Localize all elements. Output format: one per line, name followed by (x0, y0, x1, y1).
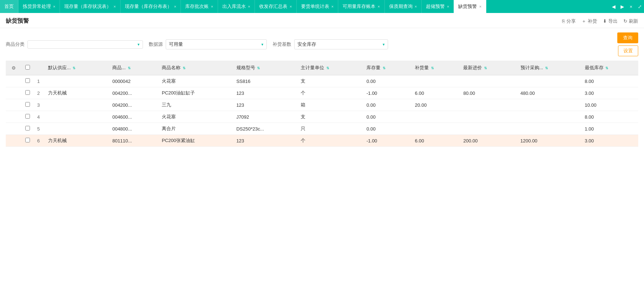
row-supplier-4 (44, 123, 109, 135)
col-est-purchase[interactable]: 预计采购... ⇅ (517, 61, 581, 75)
col-unit[interactable]: 主计量单位 ⇅ (297, 61, 363, 75)
row-name-5: PC200张紧油缸 (158, 135, 232, 147)
tab-close-shortage[interactable]: × (479, 4, 481, 9)
row-checkbox-cell-0[interactable] (22, 75, 34, 87)
row-checkbox-1[interactable] (25, 90, 30, 95)
tab-close-available-ledger[interactable]: × (378, 4, 380, 9)
col-name-label: 商品名称 (162, 65, 180, 70)
table-container: ⚙ 默认供应... ⇅ 商品... ⇅ 商品名称 (0, 61, 644, 147)
tab-close-inventory-dist[interactable]: × (174, 4, 176, 9)
query-button[interactable]: 查询 (617, 32, 638, 43)
category-label: 商品分类 (6, 41, 25, 48)
row-name-3: 火花塞 (158, 111, 232, 123)
table-row: 3 004200... 三九 123 箱 0.00 20.00 10.00 (6, 99, 638, 111)
tab-close-batch-account[interactable]: × (211, 4, 213, 9)
col-settings[interactable]: ⚙ (6, 61, 22, 75)
share-action[interactable]: ⎘ 分享 (562, 18, 576, 25)
tab-label-available-ledger: 可用量库存账本 (343, 3, 375, 10)
row-est-purchase-5: 1200.00 (517, 135, 581, 147)
row-name-0: 火花塞 (158, 75, 232, 87)
col-restock[interactable]: 补货量 ⇅ (411, 61, 460, 75)
tab-expiry-query[interactable]: 保质期查询× (385, 0, 422, 13)
row-est-purchase-1: 480.00 (517, 87, 581, 99)
tab-label-inventory-dist: 现存量（库存分布表） (125, 3, 172, 10)
col-code[interactable]: 商品... ⇅ (109, 61, 158, 75)
row-stock-0: 0.00 (363, 75, 411, 87)
est-purchase-sort-icon: ⇅ (545, 66, 548, 70)
row-supplier-2 (44, 99, 109, 111)
restock-action[interactable]: ＋ 补货 (582, 18, 597, 25)
col-latest-price[interactable]: 最新进价 ⇅ (460, 61, 517, 75)
col-name[interactable]: 商品名称 ⇅ (158, 61, 232, 75)
tab-receive-summary[interactable]: 收发存汇总表× (255, 0, 296, 13)
tab-home[interactable]: 首页 (0, 0, 18, 13)
row-checkbox-5[interactable] (25, 138, 30, 142)
tab-close-exception[interactable]: × (53, 4, 55, 9)
row-checkbox-cell-3[interactable] (22, 111, 34, 123)
tab-shortage[interactable]: 缺货预警× (454, 0, 486, 13)
tab-close-order-stats[interactable]: × (331, 4, 334, 9)
restock-base-select[interactable]: 安全库存 ▾ (294, 39, 388, 49)
select-all-checkbox[interactable] (25, 65, 30, 70)
col-checkbox[interactable] (22, 61, 34, 75)
row-spec-4: DS250*23c... (233, 123, 297, 135)
row-checkbox-3[interactable] (25, 114, 30, 119)
datasource-select[interactable]: 可用量 ▾ (166, 39, 267, 49)
category-filter: 商品分类 ▾ (6, 40, 143, 49)
row-restock-5: 6.00 (411, 135, 460, 147)
export-action[interactable]: ⬇ 导出 (603, 18, 618, 25)
tab-label-overstock: 超储预警 (426, 3, 445, 10)
settings-button[interactable]: 设置 (618, 45, 638, 56)
refresh-action[interactable]: ↻ 刷新 (623, 18, 638, 25)
tab-close-inventory-status[interactable]: × (113, 4, 116, 9)
tab-overstock[interactable]: 超储预警× (422, 0, 454, 13)
row-checkbox-cell-5[interactable] (22, 135, 34, 147)
col-seq (34, 61, 44, 75)
row-min-stock-3: 8.00 (581, 111, 638, 123)
col-min-stock[interactable]: 最低库存 ⇅ (581, 61, 638, 75)
tab-close-expiry-query[interactable]: × (415, 4, 417, 9)
row-checkbox-cell-2[interactable] (22, 99, 34, 111)
tab-next-btn[interactable]: ▶ (618, 0, 627, 13)
category-select[interactable]: ▾ (27, 40, 143, 49)
tab-inventory-status[interactable]: 现存量（库存状况表）× (60, 0, 120, 13)
row-checkbox-2[interactable] (25, 102, 30, 107)
tab-order-stats[interactable]: 要货单统计表× (297, 0, 338, 13)
table-row: 5 004800... 离合片 DS250*23c... 只 0.00 1.00 (6, 123, 638, 135)
tab-close-receive-summary[interactable]: × (290, 4, 292, 9)
col-restock-label: 补货量 (415, 65, 429, 70)
filter-buttons: 查询 设置 (617, 32, 638, 56)
row-latest-price-0 (460, 75, 517, 87)
gear-icon[interactable]: ⚙ (9, 63, 18, 72)
datasource-chevron-down-icon: ▾ (261, 42, 264, 47)
tab-inventory-dist[interactable]: 现存量（库存分布表）× (121, 0, 181, 13)
tab-inout-flow[interactable]: 出入库流水× (218, 0, 255, 13)
table-row: 1 0000042 火花塞 SS816 支 0.00 8.00 (6, 75, 638, 87)
restock-sort-icon: ⇅ (431, 66, 434, 70)
row-checkbox-0[interactable] (25, 78, 30, 83)
col-spec[interactable]: 规格型号 ⇅ (233, 61, 297, 75)
row-code-2: 004200... (109, 99, 158, 111)
tab-exception[interactable]: 拣货异常处理× (18, 0, 60, 13)
tab-prev-btn[interactable]: ◀ (609, 0, 618, 13)
row-code-1: 004200... (109, 87, 158, 99)
col-supplier[interactable]: 默认供应... ⇅ (44, 61, 109, 75)
refresh-label: 刷新 (629, 18, 638, 25)
tab-label-inout-flow: 出入库流水 (222, 3, 246, 10)
row-checkbox-4[interactable] (25, 126, 30, 131)
tab-label-shortage: 缺货预警 (458, 3, 477, 10)
row-unit-1: 个 (297, 87, 363, 99)
share-label: 分享 (566, 18, 576, 25)
tab-close-overstock[interactable]: × (447, 4, 449, 9)
window-fullscreen-btn[interactable]: ⤢ (635, 0, 644, 13)
page-content: 缺货预警 ⎘ 分享 ＋ 补货 ⬇ 导出 ↻ 刷新 商品分类 (0, 13, 644, 287)
row-checkbox-cell-1[interactable] (22, 87, 34, 99)
row-min-stock-1: 3.00 (581, 87, 638, 99)
tab-close-inout-flow[interactable]: × (248, 4, 250, 9)
tab-available-ledger[interactable]: 可用量库存账本× (338, 0, 384, 13)
row-checkbox-cell-4[interactable] (22, 123, 34, 135)
tab-batch-account[interactable]: 库存批次账× (181, 0, 218, 13)
row-supplier-5: 力天机械 (44, 135, 109, 147)
window-close-btn[interactable]: × (627, 0, 635, 13)
col-stock[interactable]: 库存量 ⇅ (363, 61, 411, 75)
